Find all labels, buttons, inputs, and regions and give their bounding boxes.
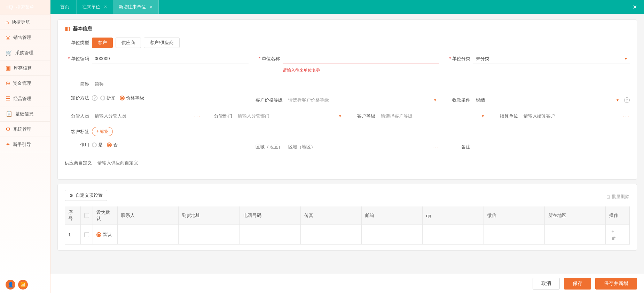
sidebar-item-quicknav[interactable]: ⌂ 快捷导航 (0, 15, 50, 30)
type-btn-supplier[interactable]: 供应商 (116, 38, 141, 48)
row-default-label: 默认 (103, 231, 112, 238)
customer-tag-label: 客户标签 (65, 129, 89, 135)
radio-no-dot (107, 143, 112, 147)
payment-terms-help-icon[interactable]: ? (624, 97, 630, 103)
radio-discount[interactable]: 折扣 (100, 95, 116, 101)
sidebar-item-inventory[interactable]: ▣ 库存核算 (0, 60, 50, 76)
short-name-row: 简称 (65, 79, 630, 89)
row-fax-input[interactable] (304, 232, 358, 237)
settlement-unit-input[interactable] (521, 111, 620, 121)
row-wechat[interactable] (484, 225, 544, 245)
tab-new-partner-label: 新增往来单位 (119, 4, 146, 10)
row-email[interactable] (362, 225, 423, 245)
col-qq: qq (423, 206, 484, 225)
pricing-help-icon[interactable]: ? (92, 95, 97, 101)
sidebar-item-search[interactable]: ≡Q 搜索菜单 (0, 0, 50, 15)
row-default: 默认 (93, 225, 117, 245)
tab-home-label: 首页 (60, 4, 69, 10)
tabbar-close-btn[interactable]: ✕ (628, 4, 641, 10)
row-delete-btn[interactable]: 🗑 (609, 235, 618, 242)
short-name-group: 简称 (65, 79, 249, 89)
row-phone-input[interactable] (243, 232, 297, 237)
unit-name-input[interactable] (283, 54, 439, 64)
region-more-icon[interactable]: ··· (432, 144, 439, 150)
sidebar-item-operations[interactable]: ☰ 经营管理 (0, 91, 50, 106)
manager-input[interactable] (92, 111, 191, 121)
row-wechat-input[interactable] (487, 232, 541, 237)
supplier-custom-input[interactable] (95, 158, 630, 168)
pricing-method-group: 定价方法 ? 折扣 价格等级 (65, 95, 249, 101)
row-fax[interactable] (300, 225, 361, 245)
tab-new-partner[interactable]: 新增往来单位 ✕ (113, 0, 159, 14)
row-select-checkbox[interactable] (84, 232, 89, 237)
row-qq-input[interactable] (426, 232, 480, 237)
payment-terms-select[interactable]: 现结 ▾ (473, 95, 621, 105)
close-new-partner-tab[interactable]: ✕ (149, 5, 153, 9)
sidebar-item-sales[interactable]: ◎ 销售管理 (0, 30, 50, 45)
sidebar-item-guide[interactable]: ✦ 新手引导 (0, 137, 50, 152)
tab-home[interactable]: 首页 (53, 0, 77, 14)
type-btn-both[interactable]: 客户/供应商 (144, 38, 180, 48)
settings-btn-label: 自定义项设置 (76, 192, 103, 198)
row-add-btn[interactable]: + (609, 228, 616, 235)
row-address[interactable] (179, 225, 239, 245)
col-wechat: 微信 (484, 206, 544, 225)
unit-name-error: 请输入往来单位名称 (283, 67, 320, 73)
row-qq[interactable] (423, 225, 484, 245)
row-email-input[interactable] (365, 232, 419, 237)
add-tag-button[interactable]: + 标签 (92, 127, 113, 136)
save-new-button[interactable]: 保存并新增 (595, 278, 637, 290)
sidebar-item-label: 资金管理 (13, 80, 31, 87)
radio-yes[interactable]: 是 (92, 142, 103, 148)
batch-delete-btn[interactable]: ⊡ 批量删除 (606, 194, 630, 200)
manager-more-icon[interactable]: ··· (194, 113, 201, 119)
sidebar-item-finance[interactable]: ⊕ 资金管理 (0, 76, 50, 91)
row-address-input[interactable] (182, 232, 236, 237)
close-partners-tab[interactable]: ✕ (104, 5, 107, 9)
short-name-input[interactable] (92, 79, 249, 89)
row-default-radio-dot (96, 232, 101, 237)
user-avatar[interactable]: 👤 (6, 280, 15, 290)
radio-discount-label: 折扣 (107, 95, 116, 101)
unit-category-select[interactable]: 未分类 ▾ (473, 54, 630, 64)
signal-icon[interactable]: 📶 (18, 280, 28, 290)
region-input[interactable] (285, 142, 430, 152)
customer-price-level-placeholder: 请选择客户价格等级 (288, 97, 434, 103)
tab-partners[interactable]: 往来单位 ✕ (77, 0, 113, 14)
col-fax: 传真 (300, 206, 361, 225)
unit-code-input[interactable] (92, 54, 249, 64)
customer-level-arrow: ▾ (482, 114, 484, 119)
sidebar-footer: 👤 📶 (0, 276, 50, 293)
customer-price-level-arrow: ▾ (434, 98, 436, 103)
batch-delete-label: 批量删除 (612, 194, 630, 200)
sidebar-item-base[interactable]: 📋 基础信息 (0, 106, 50, 122)
radio-no[interactable]: 否 (107, 142, 118, 148)
customer-level-select[interactable]: 请选择客户等级 ▾ (378, 111, 487, 121)
col-seq: 序号 (65, 206, 80, 225)
settlement-unit-more-icon[interactable]: ··· (623, 113, 630, 119)
customer-price-level-select[interactable]: 请选择客户价格等级 ▾ (285, 95, 439, 105)
radio-price-level[interactable]: 价格等级 (120, 95, 144, 101)
sidebar-item-label: 库存核算 (14, 65, 32, 71)
sidebar-item-system[interactable]: ⚙ 系统管理 (0, 122, 50, 137)
table-row: 1 默认 (65, 225, 630, 245)
row-phone[interactable] (239, 225, 300, 245)
remark-input[interactable] (473, 142, 630, 152)
batch-delete-icon: ⊡ (606, 194, 610, 200)
row-contact[interactable] (117, 225, 178, 245)
row-region[interactable] (544, 225, 605, 245)
cancel-button[interactable]: 取消 (533, 278, 560, 290)
settings-btn[interactable]: ⚙ 自定义项设置 (65, 190, 107, 201)
region-label: 区域（地区） (256, 144, 283, 150)
department-select[interactable]: 请输入分管部门 ▾ (235, 111, 344, 121)
row-contact-input[interactable] (121, 232, 175, 237)
sidebar-item-purchase[interactable]: 🛒 采购管理 (0, 45, 50, 60)
row-default-radio[interactable]: 默认 (96, 231, 114, 238)
save-button[interactable]: 保存 (564, 278, 591, 290)
radio-price-level-label: 价格等级 (126, 95, 144, 101)
select-all-checkbox[interactable] (84, 213, 89, 218)
radio-yes-label: 是 (98, 142, 103, 148)
type-btn-customer[interactable]: 客户 (92, 38, 113, 48)
sales-icon: ◎ (6, 34, 10, 41)
row-region-input[interactable] (548, 232, 602, 237)
